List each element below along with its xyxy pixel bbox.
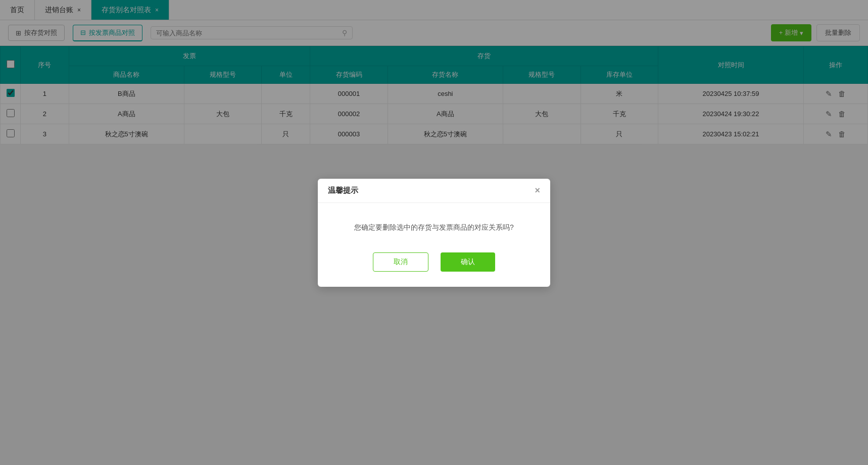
dialog-overlay: 温馨提示 × 您确定要删除选中的存货与发票商品的对应关系吗? 取消 确认: [0, 0, 868, 144]
